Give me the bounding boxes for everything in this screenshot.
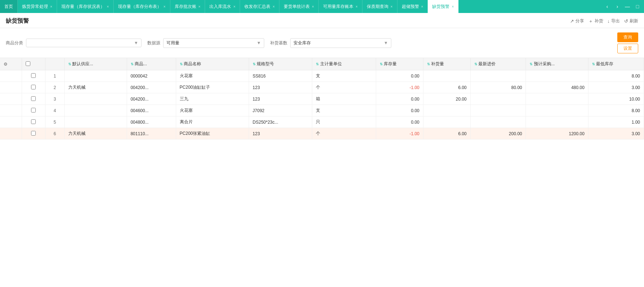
row-checkbox[interactable] [31, 119, 36, 124]
cell-num: 4 [45, 105, 64, 116]
cell-checkbox[interactable] [22, 128, 45, 140]
nav-tab-close-batch[interactable]: × [199, 5, 201, 9]
table-wrapper: ⚙⇅ 默认供应...⇅ 商品...⇅ 商品名称⇅ 规格型号⇅ 主计量单位⇅ 库存… [0, 58, 644, 140]
col-header-checkbox [22, 58, 45, 70]
nav-tab-close-collect[interactable]: × [273, 5, 275, 9]
cell-checkbox[interactable] [22, 82, 45, 93]
cell-replenish [423, 116, 470, 128]
nav-tab-close-demand[interactable]: × [312, 5, 314, 9]
col-header-latest_price[interactable]: ⇅ 最新进价 [470, 58, 526, 70]
table-row: 10000042火花塞SS816支0.008.00 [0, 70, 644, 82]
nav-tab-close-expiry[interactable]: × [391, 5, 393, 9]
cell-supplier [64, 116, 127, 128]
col-header-spec[interactable]: ⇅ 规格型号 [249, 58, 312, 70]
nav-tab-expiry[interactable]: 保质期查询× [362, 0, 397, 13]
table-row: 6力天机械801110...PC200张紧油缸123个-1.006.00200.… [0, 128, 644, 140]
col-header-supplier[interactable]: ⇅ 默认供应... [64, 58, 127, 70]
col-header-num [45, 58, 64, 70]
col-header-replenish[interactable]: ⇅ 补货量 [423, 58, 470, 70]
cell-supplier [64, 105, 127, 116]
cell-num: 6 [45, 128, 64, 140]
nav-tab-shortage[interactable]: 缺货预警× [428, 0, 458, 13]
col-header-estimated[interactable]: ⇅ 预计采购... [526, 58, 588, 70]
nav-tab-close-overstock[interactable]: × [421, 5, 423, 9]
row-checkbox[interactable] [31, 85, 36, 89]
cell-min_stock: 10.00 [588, 93, 644, 105]
cell-replenish: 6.00 [423, 128, 470, 140]
maximize-button[interactable]: □ [632, 1, 643, 12]
nav-tab-batch[interactable]: 库存批次账× [170, 0, 205, 13]
category-select[interactable]: ▼ [26, 39, 142, 47]
datasource-select[interactable]: 可用量 ▼ [163, 38, 264, 48]
nav-tab-label-stock-dist: 现存量（库存分布表） [118, 4, 161, 10]
nav-tab-available[interactable]: 可用量库存账本× [319, 0, 362, 13]
cell-checkbox[interactable] [22, 93, 45, 105]
settings-gear-icon[interactable]: ⚙ [4, 62, 8, 67]
replenish-base-filter-group: 补货基数 安全库存 ▼ [270, 38, 391, 48]
minimize-button[interactable]: — [622, 1, 632, 12]
row-checkbox[interactable] [31, 96, 36, 101]
select-all-checkbox[interactable] [26, 61, 30, 66]
cell-num: 3 [45, 93, 64, 105]
cell-name: PC200张紧油缸 [176, 128, 249, 140]
cell-replenish [423, 70, 470, 82]
cell-unit: 支 [312, 105, 376, 116]
cell-name: 三九 [176, 93, 249, 105]
col-header-name[interactable]: ⇅ 商品名称 [176, 58, 249, 70]
nav-tab-collect[interactable]: 收发存汇总表× [240, 0, 279, 13]
query-button[interactable]: 查询 [617, 32, 638, 42]
col-header-unit[interactable]: ⇅ 主计量单位 [312, 58, 376, 70]
nav-tab-flow[interactable]: 出入库流水× [205, 0, 240, 13]
nav-tab-overstock[interactable]: 超储预警× [397, 0, 428, 13]
cell-estimated [526, 105, 588, 116]
nav-tab-label-overstock: 超储预警 [402, 4, 419, 10]
nav-prev-button[interactable]: ‹ [602, 1, 612, 12]
refresh-button[interactable]: ↺ 刷新 [624, 18, 638, 24]
row-checkbox[interactable] [31, 131, 36, 136]
cell-checkbox[interactable] [22, 105, 45, 116]
cell-min_stock: 1.00 [588, 116, 644, 128]
export-button[interactable]: ↓ 导出 [608, 18, 620, 24]
nav-tab-label-abnormal: 炼货异常处理 [22, 4, 48, 10]
cell-checkbox[interactable] [22, 70, 45, 82]
nav-tab-close-stock-status[interactable]: × [107, 5, 109, 9]
cell-spec: 123 [249, 93, 312, 105]
nav-tab-close-abnormal[interactable]: × [50, 5, 52, 9]
filter-actions: 查询 设置 [617, 32, 638, 53]
cell-replenish: 20.00 [423, 93, 470, 105]
row-checkbox[interactable] [31, 73, 36, 78]
replenish-base-label: 补货基数 [270, 40, 287, 46]
nav-tab-close-shortage[interactable]: × [452, 5, 454, 9]
cell-min_stock: 3.00 [588, 128, 644, 140]
share-icon: ↗ [570, 18, 574, 24]
cell-checkbox[interactable] [22, 116, 45, 128]
replenish-button[interactable]: ＋ 补货 [588, 18, 603, 25]
settings-button[interactable]: 设置 [617, 44, 638, 53]
col-header-stock[interactable]: ⇅ 库存量 [376, 58, 423, 70]
cell-name: 火花塞 [176, 70, 249, 82]
nav-next-button[interactable]: › [612, 1, 622, 12]
nav-tab-close-stock-dist[interactable]: × [164, 5, 166, 9]
nav-tab-close-available[interactable]: × [356, 5, 358, 9]
nav-tab-demand[interactable]: 要货单统计表× [279, 0, 319, 13]
col-header-min_stock[interactable]: ⇅ 最低库存 [588, 58, 644, 70]
replenish-base-select[interactable]: 安全库存 ▼ [290, 38, 391, 48]
cell-estimated: 480.00 [526, 82, 588, 93]
cell-latest_price [470, 93, 526, 105]
nav-tab-stock-status[interactable]: 现存量（库存状况表）× [57, 0, 114, 13]
header-actions: ↗ 分享 ＋ 补货 ↓ 导出 ↺ 刷新 [570, 18, 639, 25]
nav-tab-home[interactable]: 首页 [0, 0, 18, 13]
row-checkbox[interactable] [31, 108, 36, 112]
nav-tab-abnormal[interactable]: 炼货异常处理× [18, 0, 57, 13]
page-title: 缺货预警 [6, 17, 29, 25]
share-button[interactable]: ↗ 分享 [570, 18, 584, 24]
cell-code: 004600... [127, 105, 176, 116]
col-header-code[interactable]: ⇅ 商品... [127, 58, 176, 70]
nav-tab-label-stock-status: 现存量（库存状况表） [61, 4, 105, 10]
cell-settings [0, 128, 22, 140]
nav-tab-stock-dist[interactable]: 现存量（库存分布表）× [114, 0, 170, 13]
table-header: ⚙⇅ 默认供应...⇅ 商品...⇅ 商品名称⇅ 规格型号⇅ 主计量单位⇅ 库存… [0, 58, 644, 70]
category-filter-group: 商品分类 ▼ [6, 39, 142, 47]
nav-tab-close-flow[interactable]: × [233, 5, 235, 9]
datasource-value: 可用量 [166, 40, 179, 46]
